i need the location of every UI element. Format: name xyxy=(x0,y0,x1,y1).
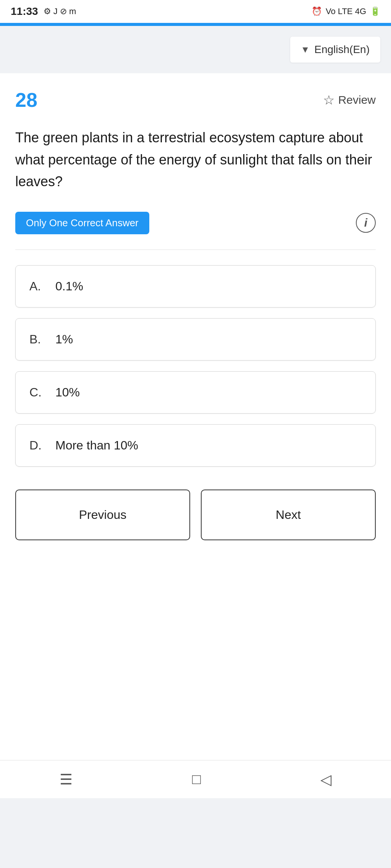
info-icon[interactable]: i xyxy=(356,213,376,233)
option-b[interactable]: B. 1% xyxy=(15,318,376,361)
top-accent-bar xyxy=(0,23,391,26)
options-list: A. 0.1% B. 1% C. 10% D. More than 10% xyxy=(15,265,376,467)
answer-type-badge: Only One Correct Answer xyxy=(15,212,149,234)
option-d-text: More than 10% xyxy=(55,438,138,453)
next-button[interactable]: Next xyxy=(201,490,376,540)
divider xyxy=(15,250,376,250)
language-selector-button[interactable]: ▼ English(En) xyxy=(290,37,381,63)
status-bar: 11:33 ⚙ J ⊘ m ⏰ Vo LTE 4G 🔋 xyxy=(0,0,391,23)
chevron-down-icon: ▼ xyxy=(301,44,310,55)
clock-icon: ⏰ xyxy=(312,6,322,16)
option-b-letter: B. xyxy=(29,332,45,346)
option-c[interactable]: C. 10% xyxy=(15,371,376,414)
option-a[interactable]: A. 0.1% xyxy=(15,265,376,308)
option-a-letter: A. xyxy=(29,279,45,293)
battery-icon: 🔋 xyxy=(370,6,380,16)
answer-type-row: Only One Correct Answer i xyxy=(15,212,376,234)
main-content: 28 ☆ Review The green plants in a terres… xyxy=(0,73,391,760)
question-text: The green plants in a terrestrial ecosys… xyxy=(15,127,376,193)
question-header: 28 ☆ Review xyxy=(15,89,376,111)
language-bar: ▼ English(En) xyxy=(0,26,391,66)
menu-icon[interactable]: ☰ xyxy=(60,771,73,788)
previous-button[interactable]: Previous xyxy=(15,490,190,540)
option-d-letter: D. xyxy=(29,438,45,453)
status-right: ⏰ Vo LTE 4G 🔋 xyxy=(312,6,380,16)
option-c-letter: C. xyxy=(29,385,45,399)
review-button[interactable]: ☆ Review xyxy=(323,92,376,108)
language-label: English(En) xyxy=(314,43,370,56)
home-icon[interactable]: □ xyxy=(192,771,201,787)
info-symbol: i xyxy=(364,216,367,229)
signal-text: Vo LTE 4G xyxy=(326,6,366,16)
bottom-nav: ☰ □ ◁ xyxy=(0,760,391,798)
nav-buttons: Previous Next xyxy=(15,490,376,552)
review-label: Review xyxy=(338,93,376,106)
question-number: 28 xyxy=(15,89,37,111)
option-d[interactable]: D. More than 10% xyxy=(15,424,376,467)
status-icons: ⚙ J ⊘ m xyxy=(44,6,76,16)
star-icon: ☆ xyxy=(323,92,334,108)
option-c-text: 10% xyxy=(55,385,80,399)
status-left: 11:33 ⚙ J ⊘ m xyxy=(11,5,76,18)
back-icon[interactable]: ◁ xyxy=(320,771,331,788)
option-a-text: 0.1% xyxy=(55,279,83,293)
status-time: 11:33 xyxy=(11,5,38,18)
option-b-text: 1% xyxy=(55,332,73,346)
